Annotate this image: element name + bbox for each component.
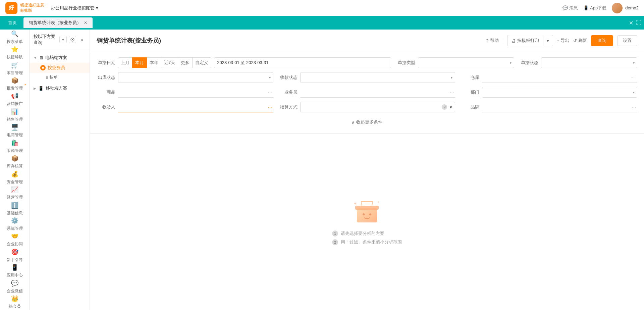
scheme-collapse-btn[interactable]: « xyxy=(78,36,86,43)
goods-input[interactable] xyxy=(118,87,273,98)
sidebar-item-marketing[interactable]: 📢 营销推广 xyxy=(0,92,29,107)
date-tab-more[interactable]: 更多 xyxy=(178,57,193,68)
date-tab-last-7-days[interactable]: 近7天 xyxy=(161,57,178,68)
sidebar-item-base-info[interactable]: ℹ️ 基础信息 xyxy=(0,201,29,216)
filter-brand: 品牌 ··· xyxy=(461,102,637,112)
sidebar-item-member[interactable]: 👑 畅会员 xyxy=(0,294,29,310)
date-tab-this-month[interactable]: 本月 xyxy=(132,57,147,68)
empty-steps: 1 请先选择要分析的方案 2 用「过滤」条件来缩小分析范围 xyxy=(332,230,402,245)
sidebar-item-newbie[interactable]: 🎯 新手引导 xyxy=(0,248,29,263)
scheme-group-mobile: ▶ 📱 移动端方案 xyxy=(30,83,90,93)
consignee-dots-btn[interactable]: ··· xyxy=(268,104,272,110)
inventory-icon: 📦 xyxy=(11,155,18,162)
close-all-icon[interactable]: ✕ xyxy=(629,20,633,26)
goods-dots-btn[interactable]: ··· xyxy=(268,90,272,95)
salesman-dots-btn[interactable]: ··· xyxy=(450,90,454,95)
query-btn[interactable]: 查询 xyxy=(591,35,613,46)
goods-label: 商品 xyxy=(97,89,115,95)
doc-type-select[interactable] xyxy=(418,57,514,68)
top-bar-left: 好 畅捷通好生意 标账版 办公用品行业模拟账套 ▾ xyxy=(5,2,101,14)
money-icon: 💰 xyxy=(11,170,18,178)
scheme-add-btn[interactable]: + xyxy=(59,36,67,43)
tab-bar-actions: ✕ ⛶ xyxy=(629,20,641,26)
out-status-select[interactable] xyxy=(118,72,273,83)
expand-icon[interactable]: ⛶ xyxy=(636,20,641,26)
sidebar-item-ecommerce[interactable]: 🖥️ 电商管理 xyxy=(0,123,29,139)
sidebar-item-wechat[interactable]: 💬 企业微信 xyxy=(0,279,29,294)
svg-text:✦: ✦ xyxy=(377,200,380,204)
sidebar-item-wholesale-mgmt[interactable]: 📦 批发管理 xyxy=(0,76,29,92)
message-icon: 💬 xyxy=(562,5,568,10)
scheme-child-by-salesman[interactable]: 按业务员 xyxy=(30,63,90,73)
filter-salesman: 业务员 ··· xyxy=(279,87,455,98)
avatar xyxy=(612,3,623,13)
brand-input[interactable] xyxy=(482,102,637,112)
collapse-btn[interactable]: ∧ 收起更多条件 xyxy=(97,116,637,128)
sidebar-item-search-menu[interactable]: 🔍 搜索菜单 xyxy=(0,30,29,45)
help-btn[interactable]: ? 帮助 xyxy=(486,38,498,44)
message-btn[interactable]: 💬 消息 xyxy=(562,5,578,11)
step-num-1: 1 xyxy=(332,230,338,237)
scheme-group-header-mobile[interactable]: ▶ 📱 移动端方案 xyxy=(30,83,90,93)
date-tab-this-year[interactable]: 本年 xyxy=(147,57,161,68)
sidebar-item-sales-mgmt[interactable]: 📊 销售管理 xyxy=(0,107,29,123)
doc-status-select[interactable] xyxy=(541,57,637,68)
filter-row-3: 商品 ··· 业务员 ··· 部门 xyxy=(97,87,637,98)
scheme-group-header-desktop[interactable]: ▼ 🖥 电脑端方案 xyxy=(30,53,90,63)
megaphone-icon: 📢 xyxy=(11,92,18,100)
filter-row-2: 出库状态 ▾ 收款状态 xyxy=(97,72,637,83)
main-content: 销货单统计表(按业务员) ? 帮助 🖨 按模板打印 ▾ xyxy=(90,30,644,310)
scheme-edit-btn[interactable] xyxy=(69,36,76,43)
salesman-input[interactable] xyxy=(300,87,455,98)
app-selector[interactable]: 办公用品行业模拟账套 ▾ xyxy=(48,4,101,12)
template-print-main[interactable]: 🖨 按模板打印 xyxy=(507,35,543,46)
refresh-btn[interactable]: ↺ 刷新 xyxy=(573,38,587,44)
template-print-arrow[interactable]: ▾ xyxy=(543,35,553,46)
sidebar-item-retail-mgmt[interactable]: 🛒 零售管理 xyxy=(0,61,29,76)
payment-label: 结算方式 xyxy=(279,104,298,110)
sidebar-item-sys-mgmt[interactable]: ⚙️ 系统管理 xyxy=(0,216,29,232)
scheme-subchild-by-order[interactable]: ≡ 按单 xyxy=(30,73,90,82)
sidebar-item-enterprise[interactable]: 🤝 企业协同 xyxy=(0,232,29,248)
print-icon: 🖨 xyxy=(512,38,516,43)
sidebar-item-quick-nav[interactable]: ⭐ 快捷导航 xyxy=(0,45,29,60)
info-icon: ℹ️ xyxy=(11,202,18,209)
sidebar-item-finance[interactable]: 💰 资金管理 xyxy=(0,170,29,185)
tab-close-icon[interactable]: ✕ xyxy=(84,21,87,25)
template-print-btn[interactable]: 🖨 按模板打印 ▾ xyxy=(507,35,553,46)
sidebar-item-operations[interactable]: 📈 经营管理 xyxy=(0,185,29,201)
settings-btn[interactable]: 设置 xyxy=(617,35,637,46)
empty-state: ✦ ✦ 1 请先选择要分析的方案 2 用「过滤」条件来缩小分析范围 xyxy=(332,198,402,245)
warehouse-input[interactable] xyxy=(482,72,637,83)
sidebar-item-purchase-mgmt[interactable]: 🛍️ 采购管理 xyxy=(0,139,29,154)
filter-row-1: 单据日期 上月 本月 本年 近7天 更多 自定义 2023-03-01 至 20… xyxy=(97,57,637,68)
app-download-btn[interactable]: 📱 App下载 xyxy=(583,5,606,11)
trending-icon: 📈 xyxy=(11,186,18,193)
svg-line-5 xyxy=(372,202,373,206)
brand-dots-btn[interactable]: ··· xyxy=(632,104,636,110)
user-area[interactable]: demo2 xyxy=(612,3,639,13)
sidebar-item-inventory[interactable]: 📦 库存核算 xyxy=(0,154,29,170)
dept-select[interactable] xyxy=(482,87,637,98)
logo-area: 好 畅捷通好生意 标账版 xyxy=(5,2,44,14)
date-tab-last-month[interactable]: 上月 xyxy=(118,57,132,68)
scheme-tree: ▼ 🖥 电脑端方案 按业务员 ≡ 按单 xyxy=(30,50,90,310)
date-range-picker[interactable]: 2023-03-01 至 2023-03-31 xyxy=(214,57,391,68)
svg-point-8 xyxy=(369,213,371,215)
tab-sales-stat[interactable]: 销货单统计表（按业务员） ✕ xyxy=(23,17,93,28)
warehouse-dots-btn[interactable]: ··· xyxy=(629,75,636,80)
logo-text: 畅捷通好生意 标账版 xyxy=(20,3,44,13)
collect-status-select[interactable] xyxy=(300,72,455,83)
consignee-input[interactable] xyxy=(118,102,273,112)
payment-clear-btn[interactable]: × xyxy=(442,104,447,110)
scheme-actions: + « xyxy=(59,36,86,43)
export-btn[interactable]: ↑ 导出 xyxy=(557,38,570,44)
empty-step-1: 1 请先选择要分析的方案 xyxy=(332,230,402,237)
salesman-control: ··· xyxy=(300,87,455,98)
sidebar-item-app-center[interactable]: 📱 应用中心 xyxy=(0,263,29,279)
date-tab-custom[interactable]: 自定义 xyxy=(192,57,211,68)
chevron-down-icon: ▾ xyxy=(96,5,98,10)
cart-icon: 🛒 xyxy=(11,61,18,69)
active-dot-icon xyxy=(40,65,46,70)
tab-home[interactable]: 首页 xyxy=(3,17,22,28)
